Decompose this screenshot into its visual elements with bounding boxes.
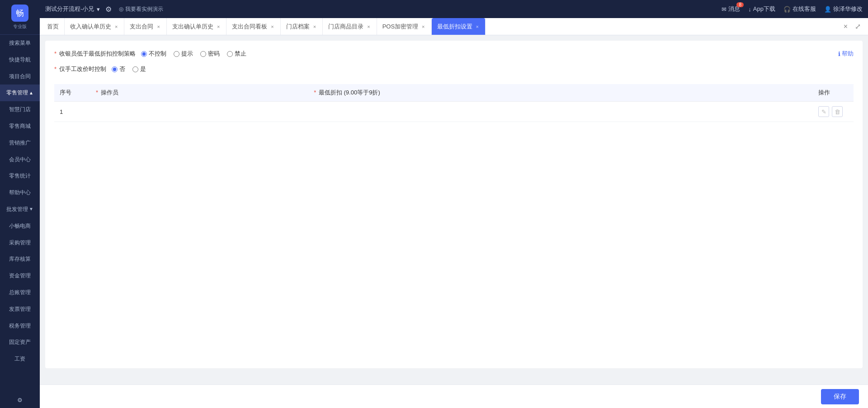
strategy-radio-group: 不控制 提示 密码 禁	[141, 50, 246, 58]
tab-close-expense-history[interactable]: ×	[216, 23, 221, 30]
topbar-settings-icon[interactable]: ⚙	[105, 5, 112, 14]
sidebar-item-fixed-assets[interactable]: 固定资产	[0, 334, 40, 351]
strategy-option-no-control[interactable]: 不控制	[141, 50, 166, 58]
col-header-action: 操作	[813, 84, 854, 102]
tabbar-actions: × ⤢	[842, 21, 866, 32]
sidebar-item-inventory[interactable]: 库存核算	[0, 251, 40, 267]
tab-close-income-history[interactable]: ×	[114, 23, 118, 30]
delete-button[interactable]: 🗑	[832, 106, 843, 117]
sidebar-item-retail-stats[interactable]: 零售统计	[0, 168, 40, 184]
chevron-up-icon: ▲	[29, 90, 33, 96]
strategy-option-password[interactable]: 密码	[200, 50, 220, 58]
tab-expense-contract[interactable]: 支出合同 ×	[124, 18, 166, 35]
sidebar-item-retail-mgmt[interactable]: 零售管理 ▲	[0, 84, 40, 101]
sidebar-item-salary[interactable]: 工资	[0, 351, 40, 367]
tab-close-store-file[interactable]: ×	[312, 23, 317, 30]
help-icon: ℹ	[838, 51, 840, 57]
message-button[interactable]: ✉ 消息 8	[722, 5, 740, 13]
sidebar-item-quick-nav[interactable]: 快捷导航	[0, 52, 40, 68]
strategy-form-row: * 收银员低于最低折扣控制策略 不控制 提示	[54, 50, 246, 58]
tab-pos-encrypt[interactable]: POS加密管理 ×	[377, 18, 432, 35]
tab-expense-board[interactable]: 支出合同看板 ×	[226, 18, 280, 35]
page-card: * 收银员低于最低折扣控制策略 不控制 提示	[45, 41, 863, 368]
dropdown-arrow-icon: ▾	[97, 6, 100, 13]
manual-form-row: * 仅手工改价时控制 否 是	[54, 65, 246, 73]
tab-close-store-catalog[interactable]: ×	[366, 23, 371, 30]
manual-radio-group: 否 是	[112, 65, 146, 73]
sidebar-item-ecommerce[interactable]: 小畅电商	[0, 218, 40, 234]
project-name: 测试分开流程-小兄	[45, 5, 94, 13]
tab-expand-icon[interactable]: ⤢	[853, 21, 863, 32]
edit-button[interactable]: ✎	[818, 106, 829, 117]
topbar: 测试分开流程-小兄 ▾ ⚙ ◎ 我要看实例演示 ✉ 消息 8 ↓ App下载 🎧…	[40, 0, 868, 18]
sidebar-item-tax[interactable]: 税务管理	[0, 318, 40, 334]
project-selector[interactable]: 测试分开流程-小兄 ▾	[45, 5, 100, 13]
col-header-min-discount: * 最低折扣 (9.00等于9折)	[308, 84, 813, 102]
tab-store-catalog[interactable]: 门店商品目录 ×	[323, 18, 377, 35]
tab-income-history[interactable]: 收入确认单历史 ×	[65, 18, 124, 35]
col-header-index: 序号	[54, 84, 90, 102]
sidebar-item-purchase-mgmt[interactable]: 采购管理	[0, 234, 40, 251]
help-link[interactable]: ℹ 帮助	[838, 50, 854, 58]
message-badge: 8	[736, 2, 744, 7]
online-service-button[interactable]: 🎧 在线客服	[783, 5, 816, 13]
sidebar-item-help-center[interactable]: 帮助中心	[0, 184, 40, 201]
user-avatar[interactable]: 👤 徐泽华修改	[824, 5, 863, 13]
demo-link[interactable]: ◎ 我要看实例演示	[119, 5, 163, 13]
tab-min-discount[interactable]: 最低折扣设置 ×	[432, 18, 486, 35]
headset-icon: 🎧	[783, 6, 791, 13]
tab-close-expense-board[interactable]: ×	[270, 23, 274, 30]
gear-icon: ⚙	[17, 397, 23, 403]
col-header-operator: * 操作员	[90, 84, 308, 102]
strategy-option-forbid[interactable]: 禁止	[227, 50, 246, 58]
sidebar-item-member-center[interactable]: 会员中心	[0, 151, 40, 168]
strategy-option-remind[interactable]: 提示	[174, 50, 193, 58]
cell-actions: ✎ 🗑	[813, 102, 854, 122]
sidebar-item-finance[interactable]: 资金管理	[0, 267, 40, 284]
sidebar-settings-icon[interactable]: ⚙	[0, 392, 40, 408]
sidebar-item-retail-mall[interactable]: 零售商城	[0, 118, 40, 135]
tab-store-file[interactable]: 门店档案 ×	[281, 18, 323, 35]
app-logo-icon: 畅	[11, 5, 28, 22]
sidebar-item-general-ledger[interactable]: 总账管理	[0, 284, 40, 301]
sidebar-item-project-contract[interactable]: 项目合同	[0, 68, 40, 85]
app-edition: 专业版	[13, 23, 27, 30]
sidebar-item-search[interactable]: 搜索菜单	[0, 35, 40, 52]
strategy-label: * 收银员低于最低折扣控制策略	[54, 50, 136, 58]
topbar-right: ✉ 消息 8 ↓ App下载 🎧 在线客服 👤 徐泽华修改	[722, 5, 863, 13]
table-container: 序号 * 操作员 * 最低折扣 (9.00等于9折) 操作	[54, 80, 854, 122]
cell-index: 1	[54, 102, 90, 122]
page-footer: 保存	[40, 385, 868, 408]
user-icon: 👤	[824, 6, 831, 13]
tab-close-all-icon[interactable]: ×	[842, 22, 849, 32]
download-icon: ↓	[748, 6, 751, 13]
circle-icon: ◎	[119, 6, 123, 12]
save-button[interactable]: 保存	[821, 389, 859, 404]
cell-operator	[90, 102, 308, 122]
tab-close-min-discount[interactable]: ×	[475, 23, 480, 30]
content-area: * 收银员低于最低折扣控制策略 不控制 提示	[40, 35, 868, 385]
manual-label: * 仅手工改价时控制	[54, 65, 106, 73]
sidebar-item-marketing[interactable]: 营销推广	[0, 135, 40, 151]
sidebar-item-smart-store[interactable]: 智慧门店	[0, 101, 40, 118]
tab-close-expense-contract[interactable]: ×	[156, 23, 160, 30]
sidebar-item-invoice[interactable]: 发票管理	[0, 301, 40, 318]
tab-home[interactable]: 首页	[42, 18, 65, 35]
chevron-down-icon: ▼	[29, 206, 33, 212]
tab-close-pos-encrypt[interactable]: ×	[421, 23, 425, 30]
tabbar: 首页 收入确认单历史 × 支出合同 × 支出确认单历史 × 支出合同看板 × 门…	[40, 18, 868, 35]
main-area: 测试分开流程-小兄 ▾ ⚙ ◎ 我要看实例演示 ✉ 消息 8 ↓ App下载 🎧…	[40, 0, 868, 408]
app-download-button[interactable]: ↓ App下载	[748, 5, 775, 13]
manual-option-yes[interactable]: 是	[132, 65, 146, 73]
table-row: 1 ✎ 🗑	[54, 102, 854, 122]
discount-table: 序号 * 操作员 * 最低折扣 (9.00等于9折) 操作	[54, 84, 854, 122]
message-icon: ✉	[722, 6, 726, 13]
sidebar: 畅 专业版 搜索菜单 快捷导航 项目合同 零售管理 ▲ 智慧门店 零售商城 营销…	[0, 0, 40, 408]
tab-expense-history[interactable]: 支出确认单历史 ×	[167, 18, 226, 35]
sidebar-logo: 畅 专业版	[0, 0, 40, 35]
manual-option-no[interactable]: 否	[112, 65, 125, 73]
row-action-btns: ✎ 🗑	[818, 106, 848, 117]
sidebar-item-wholesale-mgmt[interactable]: 批发管理 ▼	[0, 201, 40, 218]
cell-min-discount	[308, 102, 813, 122]
